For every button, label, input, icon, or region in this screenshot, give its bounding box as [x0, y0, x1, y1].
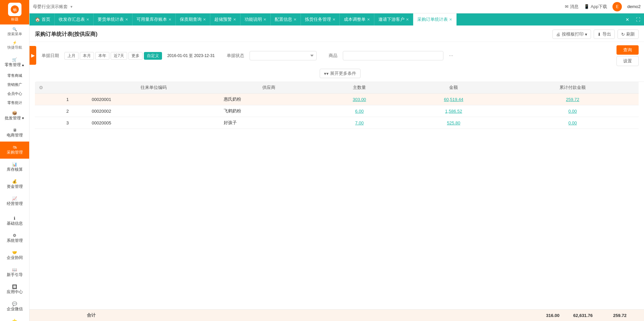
td-supplier-0: 惠氏奶粉 — [220, 94, 318, 105]
tab-close-chengben[interactable]: ✕ — [367, 17, 370, 22]
sidebar-item-retail-shop[interactable]: 零售商城 — [0, 71, 29, 80]
sidebar-item-quicknav[interactable]: ⚡ 快捷导航 — [0, 39, 29, 51]
tab-close-zhohuo[interactable]: ✕ — [332, 17, 335, 22]
goods-more-icon[interactable]: ··· — [449, 53, 453, 59]
tab-zhohuo[interactable]: 拣货任务管理 ✕ — [301, 13, 340, 25]
system-icon: ⚙ — [13, 233, 16, 238]
goods-input[interactable] — [343, 51, 443, 60]
goods-filter-label: 商品 — [329, 53, 337, 59]
tab-close-peizhi[interactable]: ✕ — [293, 17, 297, 22]
table-footer: 合计 316.00 62,631.76 259.72 — [30, 309, 644, 321]
print-button[interactable]: 🖨 按模板打印 ▾ — [552, 30, 591, 39]
sidebar-item-vip[interactable]: ⭐ 畅会员 — [0, 315, 29, 321]
filter-collapse-button[interactable]: ▶ — [30, 46, 36, 65]
tab-close-keyongliang[interactable]: ✕ — [168, 17, 171, 22]
batch-icon: 📦 — [12, 111, 17, 115]
sidebar-item-wechat[interactable]: 💬 企业微信 — [0, 298, 29, 315]
sidebar-item-inventory[interactable]: 📊 库存核算 — [0, 159, 29, 176]
sidebar-item-batch[interactable]: 📦 批发管理 ▼ — [0, 107, 29, 124]
tab-chaochuyujing[interactable]: 超储预警 ✕ — [210, 13, 240, 25]
expand-icon: ▾▾ — [324, 71, 329, 76]
print-dropdown-icon[interactable]: ▾ — [585, 32, 587, 37]
th-amount: 金额 — [401, 82, 507, 94]
user-avatar[interactable]: E — [612, 2, 622, 11]
tab-close-baozhiqi[interactable]: ✕ — [203, 17, 206, 22]
td-row-num-0: 1 — [47, 94, 88, 105]
app-logo-icon: 畅 — [8, 3, 21, 16]
sidebar-item-purchase[interactable]: 🛍 采购管理 — [0, 142, 29, 159]
finance-icon: 💰 — [12, 179, 17, 184]
tab-shoufahuihui[interactable]: 收发存汇总表 ✕ — [55, 13, 94, 25]
sidebar-item-system[interactable]: ⚙ 系统管理 — [0, 230, 29, 247]
username-label[interactable]: demo2 — [627, 4, 641, 9]
td-main-qty-0[interactable]: 303.00 — [318, 94, 400, 105]
tab-close-yaohuodan[interactable]: ✕ — [125, 17, 128, 22]
inventory-icon: 📊 — [12, 162, 17, 167]
tab-close-chaochuyujing[interactable]: ✕ — [233, 17, 236, 22]
expand-more-button[interactable]: ▾▾ 展开更多条件 — [320, 69, 361, 78]
tab-yaoqing[interactable]: 邀请下游客户 ✕ — [374, 13, 413, 25]
date-this-year-button[interactable]: 本年 — [95, 52, 109, 60]
tab-close-yaoqing[interactable]: ✕ — [406, 17, 409, 22]
sidebar-item-finance[interactable]: 💰 资金管理 — [0, 176, 29, 193]
settings-button[interactable]: 设置 — [616, 56, 639, 66]
td-unit-code-1: 00020002 — [88, 105, 220, 117]
td-main-qty-2[interactable]: 7.00 — [318, 117, 400, 129]
td-amount-2[interactable]: 525.80 — [401, 117, 507, 129]
sidebar-item-basic[interactable]: ℹ 基础信息 — [0, 213, 29, 230]
sidebar-item-appcenter[interactable]: 🔲 应用中心 — [0, 281, 29, 298]
refresh-button[interactable]: ↻ 刷新 — [618, 30, 639, 39]
sidebar-item-member[interactable]: 会员中心 — [0, 89, 29, 98]
sidebar-item-retail[interactable]: 🛒 零售管理 ▲ — [0, 54, 29, 71]
td-paid-amount-1[interactable]: 0.00 — [506, 105, 639, 117]
table-row[interactable]: 2 00020002 飞鹤奶粉 6.00 1,586.52 0.00 — [35, 105, 639, 117]
page-header: 采购订单统计表(按供应商) 🖨 按模板打印 ▾ ⬇ 导出 ↻ 刷新 — [30, 25, 644, 42]
tab-peizhi[interactable]: 配置信息 ✕ — [271, 13, 301, 25]
table-row[interactable]: 3 00020005 好孩子 7.00 525.80 0.00 — [35, 117, 639, 129]
tab-caigou[interactable]: 采购订单统计表 ✕ — [413, 13, 457, 25]
date-this-month-button[interactable]: 本月 — [80, 52, 94, 60]
date-more-button[interactable]: 更多 — [128, 52, 143, 60]
sidebar-item-ecommerce[interactable]: 🖥 电商管理 — [0, 124, 29, 142]
column-settings-icon[interactable]: ⚙ — [39, 85, 43, 90]
tab-close-shoufahuihui[interactable]: ✕ — [86, 17, 89, 22]
date-custom-button[interactable]: 自定义 — [144, 52, 162, 60]
status-select[interactable] — [250, 51, 317, 60]
td-amount-0[interactable]: 60,519.44 — [401, 94, 507, 105]
query-button[interactable]: 查询 — [616, 45, 639, 55]
app-download-button[interactable]: 📱 App下载 — [584, 4, 607, 10]
td-supplier-1: 飞鹤奶粉 — [220, 105, 318, 117]
export-icon: ⬇ — [597, 32, 601, 37]
tab-close-gongneng[interactable]: ✕ — [263, 17, 266, 22]
td-amount-1[interactable]: 1,586.52 — [401, 105, 507, 117]
date-last-month-button[interactable]: 上月 — [64, 52, 78, 60]
td-paid-amount-0[interactable]: 259.72 — [506, 94, 639, 105]
tab-keyongliang[interactable]: 可用量库存账本 ✕ — [132, 13, 176, 25]
tab-yaohuodan[interactable]: 要货单统计表 ✕ — [94, 13, 132, 25]
tab-baozhiqi[interactable]: 保质期查询 ✕ — [176, 13, 210, 25]
tab-maximize-button[interactable]: ⛶ — [633, 15, 643, 24]
table-row[interactable]: 1 00020001 惠氏奶粉 303.00 60,519.44 259.72 — [35, 94, 639, 105]
sidebar-item-search[interactable]: 🔍 搜索菜单 — [0, 24, 29, 39]
basic-icon: ℹ — [14, 216, 15, 221]
th-settings[interactable]: ⚙ — [35, 82, 47, 94]
sidebar-item-newguide[interactable]: 📖 新手引导 — [0, 264, 29, 281]
date-7days-button[interactable]: 近7天 — [111, 52, 127, 60]
footer-main-qty: 316.00 — [539, 313, 566, 318]
sidebar-item-marketing[interactable]: 营销推广 — [0, 80, 29, 89]
message-button[interactable]: ✉ 消息 — [565, 4, 579, 10]
export-button[interactable]: ⬇ 导出 — [594, 30, 615, 39]
tab-close-caigou[interactable]: ✕ — [449, 17, 452, 22]
footer-label: 合计 — [58, 312, 125, 318]
td-paid-amount-2[interactable]: 0.00 — [506, 117, 639, 129]
tab-chengben[interactable]: 成本调整单 ✕ — [340, 13, 374, 25]
sidebar-item-operations[interactable]: 📈 经营管理 — [0, 193, 29, 210]
sidebar-item-retail-stat[interactable]: 零售统计 — [0, 98, 29, 107]
topbar-dropdown-icon[interactable]: ▾ — [70, 4, 72, 9]
tab-close-all-button[interactable]: ✕ — [623, 15, 632, 24]
tab-gongneng[interactable]: 功能说明 ✕ — [240, 13, 271, 25]
td-main-qty-1[interactable]: 6.00 — [318, 105, 400, 117]
sidebar-item-enterprise[interactable]: 🤝 企业协同 — [0, 247, 29, 264]
td-unit-code-2: 00020005 — [88, 117, 220, 129]
tab-home[interactable]: 🏠 首页 — [31, 13, 55, 25]
